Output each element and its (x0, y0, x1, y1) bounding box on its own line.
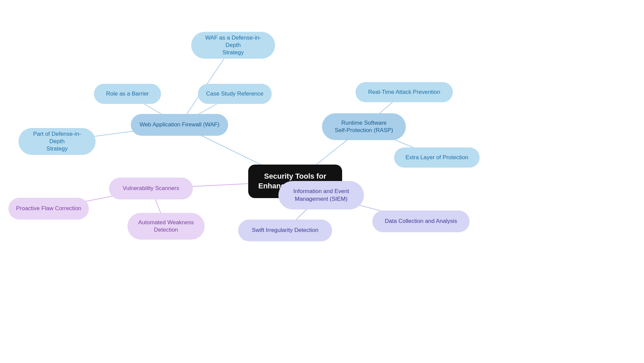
proactive-node: Proactive Flaw Correction (8, 198, 89, 220)
waf-strategy-label: WAF as a Defense-in-DepthStrategy (199, 34, 268, 56)
vuln-scanners-label: Vulnerability Scanners (123, 185, 179, 192)
vuln-scanners-node: Vulnerability Scanners (109, 178, 193, 199)
case-study-node: Case Study Reference (198, 84, 272, 104)
defense-depth-node: Part of Defense-in-DepthStrategy (18, 128, 96, 155)
auto-weakness-node: Automated WeaknessDetection (127, 213, 205, 240)
auto-weakness-label: Automated WeaknessDetection (138, 219, 194, 234)
extra-layer-label: Extra Layer of Protection (406, 154, 468, 161)
waf-label: Web Application Firewall (WAF) (140, 121, 219, 128)
role-barrier-node: Role as a Barrier (94, 84, 161, 104)
siem-label: Information and EventManagement (SIEM) (293, 188, 349, 202)
waf-strategy-node: WAF as a Defense-in-DepthStrategy (191, 32, 275, 59)
extra-layer-node: Extra Layer of Protection (394, 147, 480, 168)
real-time-node: Real-Time Attack Prevention (356, 82, 453, 102)
role-barrier-label: Role as a Barrier (106, 90, 149, 98)
swift-node: Swift Irregularity Detection (238, 220, 332, 241)
swift-label: Swift Irregularity Detection (252, 227, 318, 234)
proactive-label: Proactive Flaw Correction (16, 205, 82, 212)
case-study-label: Case Study Reference (206, 90, 263, 98)
real-time-label: Real-Time Attack Prevention (368, 88, 440, 96)
rasp-label: Runtime SoftwareSelf-Protection (RASP) (335, 119, 393, 134)
data-collection-node: Data Collection and Analysis (372, 210, 470, 232)
rasp-node: Runtime SoftwareSelf-Protection (RASP) (322, 113, 406, 140)
waf-node: Web Application Firewall (WAF) (131, 114, 228, 136)
data-collection-label: Data Collection and Analysis (385, 218, 457, 225)
defense-depth-label: Part of Defense-in-DepthStrategy (26, 130, 88, 153)
siem-node: Information and EventManagement (SIEM) (278, 181, 364, 209)
